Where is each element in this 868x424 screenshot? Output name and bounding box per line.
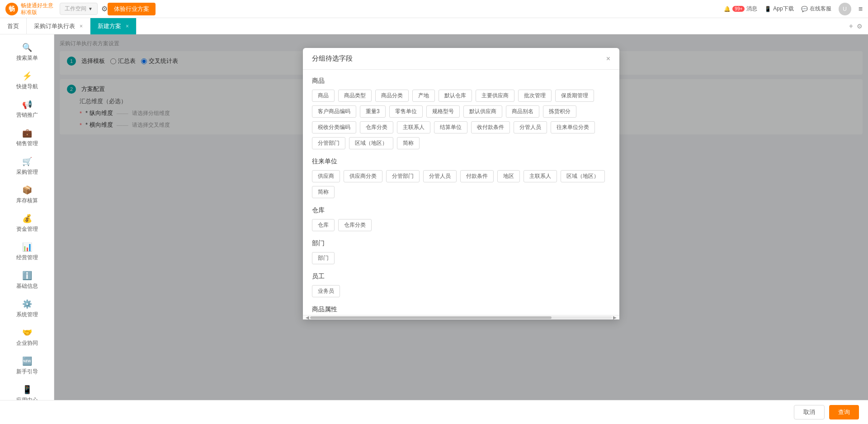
field-tag[interactable]: 分管人员 [423,170,457,182]
field-tag[interactable]: 分管部门 [312,137,345,149]
field-tag[interactable]: 默认仓库 [439,90,472,102]
field-tag[interactable]: 主要供应商 [476,90,514,102]
field-tag[interactable]: 地区 [497,170,520,182]
sidebar-item-quick-nav[interactable]: ⚡ 快捷导航 [0,67,54,95]
section-employee-tags: 业务员 [312,285,610,297]
field-tag[interactable]: 默认供应商 [463,105,502,118]
field-tag[interactable]: 重量3 [360,105,386,118]
avatar[interactable]: U [839,3,851,15]
scrollbar-thumb[interactable] [310,316,552,319]
field-tag[interactable]: 分管人员 [514,121,547,133]
sidebar-item-inventory[interactable]: 📦 库存核算 [0,181,54,209]
logo-text: 畅捷通好生意 标准版 [21,2,53,15]
section-product-attr: 商品属性 属性 颜色 多规格 尺码 鞋码 1 [312,305,610,315]
section-department-tags: 部门 [312,252,610,264]
field-tag[interactable]: 保质期管理 [555,90,594,102]
sidebar-item-sales[interactable]: 💼 销售管理 [0,124,54,152]
field-tag[interactable]: 商品 [312,90,335,102]
sidebar-item-system[interactable]: ⚙️ 系统管理 [0,295,54,323]
modal-title: 分组待选字段 [312,54,353,63]
field-tag[interactable]: 商品分类 [375,90,409,102]
notice-btn[interactable]: 🔔 99+ 消息 [724,5,757,13]
finance-icon: 💰 [22,214,32,224]
sidebar-item-guide[interactable]: 🆕 新手引导 [0,352,54,380]
tab-home[interactable]: 首页 [0,18,27,34]
field-tag[interactable]: 简称 [397,137,420,149]
field-tag[interactable]: 往来单位分类 [551,121,595,133]
field-tag[interactable]: 规格型号 [426,105,460,118]
field-tag[interactable]: 客户商品编码 [312,105,356,118]
cancel-button[interactable]: 取消 [794,405,825,408]
tab-new-plan[interactable]: 新建方案 × [90,18,137,34]
app-download-btn[interactable]: 📱 App下载 [764,5,793,13]
modal-header: 分组待选字段 × [303,48,619,70]
tab-settings-icon[interactable]: ⚙ [857,23,863,30]
modal-body[interactable]: 商品 商品 商品类型 商品分类 产地 默认仓库 主要供应商 批次管理 保质期管理… [303,70,619,315]
modal-horizontal-scrollbar[interactable]: ◀ ▶ [303,315,619,319]
field-tag[interactable]: 税收分类编码 [312,121,356,133]
field-tag[interactable]: 部门 [312,252,335,264]
section-department-title: 部门 [312,239,610,248]
modal-overlay: 分组待选字段 × 商品 商品 商品类型 商品分类 产地 默认仓库 [54,34,868,408]
section-employee-title: 员工 [312,272,610,281]
field-tag[interactable]: 批次管理 [518,90,552,102]
tab-close-new-plan[interactable]: × [126,23,129,29]
sidebar-item-operation[interactable]: 📊 经营管理 [0,238,54,266]
section-product: 商品 商品 商品类型 商品分类 产地 默认仓库 主要供应商 批次管理 保质期管理… [312,77,610,149]
tab-purchase-order[interactable]: 采购订单执行表 × [27,18,90,34]
scroll-left-btn[interactable]: ◀ [305,315,310,320]
field-tag[interactable]: 分管部门 [386,170,420,182]
sidebar-item-basic[interactable]: ℹ️ 基础信息 [0,266,54,295]
bell-icon: 🔔 [724,6,731,12]
search-icon: 🔍 [22,43,32,52]
sidebar-item-search[interactable]: 🔍 搜索菜单 [0,38,54,67]
confirm-button[interactable]: 查询 [829,405,859,408]
field-tag[interactable]: 仓库分类 [338,219,372,231]
field-tag[interactable]: 付款条件 [460,170,494,182]
tab-close-purchase[interactable]: × [80,23,83,29]
field-tag[interactable]: 供应商分类 [344,170,382,182]
field-tag[interactable]: 商品类型 [338,90,372,102]
field-tag[interactable]: 主联系人 [397,121,430,133]
field-tag[interactable]: 拣货积分 [543,105,576,118]
main-layout: 🔍 搜索菜单 ⚡ 快捷导航 📢 营销推广 💼 销售管理 🛒 采购管理 📦 库存核… [0,34,868,408]
sidebar-item-finance[interactable]: 💰 资金管理 [0,209,54,238]
field-tag[interactable]: 商品别名 [506,105,539,118]
field-tag[interactable]: 简称 [312,186,335,198]
tab-add-icon[interactable]: + [849,22,853,30]
section-product-attr-title: 商品属性 [312,305,610,314]
field-tag[interactable]: 仓库 [312,219,335,231]
modal-close-btn[interactable]: × [606,55,610,62]
download-icon: 📱 [764,6,771,12]
field-tag[interactable]: 收付款条件 [471,121,510,133]
field-tag[interactable]: 主联系人 [524,170,557,182]
scroll-right-btn[interactable]: ▶ [612,315,618,320]
field-tag[interactable]: 区域（地区） [349,137,393,149]
experience-btn[interactable]: 体验行业方案 [108,3,156,15]
scrollbar-track[interactable] [310,316,612,319]
field-tag[interactable]: 业务员 [312,285,340,297]
field-tag[interactable]: 结算单位 [434,121,467,133]
sidebar: 🔍 搜索菜单 ⚡ 快捷导航 📢 营销推广 💼 销售管理 🛒 采购管理 📦 库存核… [0,34,54,408]
inventory-icon: 📦 [22,185,32,195]
top-header: 畅 畅捷通好生意 标准版 工作空间 ▼ ⚙ 体验行业方案 🔔 99+ 消息 📱 … [0,0,868,18]
sidebar-item-cooperation[interactable]: 🤝 企业协同 [0,323,54,352]
workspace-dropdown[interactable]: 工作空间 ▼ [60,3,98,15]
field-tag[interactable]: 仓库分类 [360,121,393,133]
field-tag[interactable]: 零售单位 [389,105,423,118]
basic-icon: ℹ️ [22,271,32,281]
field-tag[interactable]: 区域（地区） [561,170,605,182]
modal-footer: 取消 查询 [0,400,868,408]
quick-nav-icon: ⚡ [22,71,32,81]
more-btn[interactable]: ≡ [859,5,863,13]
settings-icon[interactable]: ⚙ [101,5,108,13]
content-area: 采购订单执行表方案设置 1 选择模板 汇总表 交 [54,34,868,408]
purchase-icon: 🛒 [22,157,32,167]
header-right: 🔔 99+ 消息 📱 App下载 💬 在线客服 U ≡ [724,3,863,15]
field-tag[interactable]: 供应商 [312,170,340,182]
section-warehouse-title: 仓库 [312,206,610,214]
sidebar-item-purchase[interactable]: 🛒 采购管理 [0,152,54,181]
field-tag[interactable]: 产地 [412,90,435,102]
sidebar-item-marketing[interactable]: 📢 营销推广 [0,95,54,124]
online-service-btn[interactable]: 💬 在线客服 [801,5,831,13]
